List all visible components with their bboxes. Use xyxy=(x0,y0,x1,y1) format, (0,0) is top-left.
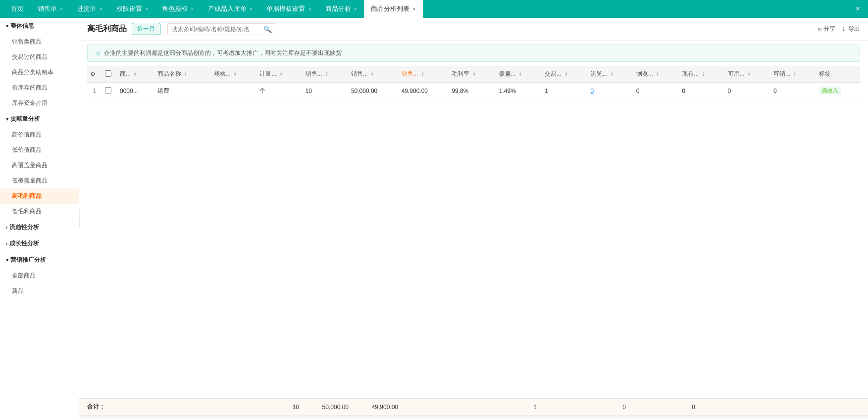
nav-item-analysis-list[interactable]: 商品分析列表 × xyxy=(364,0,422,18)
footer-sales-profit: 49,900.00 xyxy=(355,404,404,411)
search-icon[interactable]: 🔍 xyxy=(263,25,272,33)
nav-close-template[interactable]: × xyxy=(308,6,311,12)
sort-sales-amount-icon: ⇕ xyxy=(370,72,374,77)
row-checkbox[interactable] xyxy=(102,83,117,99)
nav-item-stock-in[interactable]: 产成品入库单 × xyxy=(201,0,259,18)
nav-item-permissions[interactable]: 权限设置 × xyxy=(109,0,155,18)
nav-close-stock-in[interactable]: × xyxy=(250,6,253,12)
row-sales-amount: 50,000.00 xyxy=(348,83,399,99)
nav-item-template[interactable]: 单据模板设置 × xyxy=(259,0,318,18)
col-sales-amount[interactable]: 销售... ⇕ xyxy=(348,66,399,83)
col-sales-profit[interactable]: 销售... ⇕ xyxy=(399,66,449,83)
col-settings[interactable]: ⚙ xyxy=(87,66,102,83)
col-sellable[interactable]: 可销... ⇕ xyxy=(770,66,816,83)
sort-trade-icon: ⇕ xyxy=(564,72,568,77)
footer-current: 0 xyxy=(592,404,632,411)
col-spec[interactable]: 规格... ⇕ xyxy=(211,66,256,83)
col-trade[interactable]: 交易... ⇕ xyxy=(542,66,587,83)
nav-item-analysis[interactable]: 商品分析 × xyxy=(318,0,364,18)
sidebar-item-high-value[interactable]: 高价值商品 xyxy=(0,127,79,142)
arrow-overall-icon: ▾ xyxy=(6,23,8,29)
sidebar-group-flow[interactable]: › 流趋性分析 xyxy=(0,219,79,235)
search-input[interactable] xyxy=(172,26,263,33)
col-name[interactable]: 商品名称 ⇕ xyxy=(154,66,211,83)
share-button[interactable]: ⎋ 分享 xyxy=(818,25,835,33)
settings-icon[interactable]: ⚙ xyxy=(90,71,96,78)
col-browse2[interactable]: 浏览... ⇕ xyxy=(633,66,679,83)
col-coverage[interactable]: 覆盖... ⇕ xyxy=(496,66,542,83)
footer-sales-amount: 50,000.00 xyxy=(305,404,355,411)
nav-item-roles[interactable]: 角色授权 × xyxy=(155,0,201,18)
main-layout: ▾ 整体信息 销售类商品 交易过的商品 商品分类助销率 有库存的商品 库存资金占… xyxy=(0,18,868,419)
col-browse1[interactable]: 浏览... ⇕ xyxy=(588,66,633,83)
sidebar-item-all-goods[interactable]: 全部商品 xyxy=(0,268,79,283)
sidebar-item-high-coverage[interactable]: 高覆盖量商品 xyxy=(0,158,79,173)
sort-gross-rate-icon: ⇕ xyxy=(472,72,476,77)
info-icon: ☆ xyxy=(96,50,101,57)
bottom-scrollbar[interactable] xyxy=(79,415,868,419)
sidebar-item-in-stock[interactable]: 有库存的商品 xyxy=(0,80,79,95)
sidebar-group-marketing[interactable]: ▾ 营销推广分析 xyxy=(0,252,79,268)
row-name: 运费 xyxy=(154,83,211,99)
table-container[interactable]: ⚙ 商... ⇕ 商品名称 ⇕ xyxy=(79,66,868,398)
total-label: 合计： xyxy=(87,403,127,411)
row-sales-qty: 10 xyxy=(303,83,348,99)
export-button[interactable]: ⤓ 导出 xyxy=(841,25,860,33)
sidebar-item-stock-capital[interactable]: 库存资金占用 xyxy=(0,95,79,111)
info-banner: ☆ 企业的主要的利润都是这部分商品创造的，可考虑加大推广，同时关注库存是不要出现… xyxy=(87,45,860,62)
sidebar-item-category-rate[interactable]: 商品分类助销率 xyxy=(0,65,79,80)
sidebar-item-sales-goods[interactable]: 销售类商品 xyxy=(0,34,79,49)
col-available[interactable]: 可用... ⇕ xyxy=(725,66,770,83)
row-code: 0000... xyxy=(117,83,154,99)
col-unit[interactable]: 计量... ⇕ xyxy=(256,66,302,83)
content-area: « 高毛利商品 近一月 🔍 ⎋ 分享 ⤓ 导出 ☆ 企 xyxy=(79,18,868,419)
row-trade: 1 xyxy=(542,83,587,99)
row-unit: 个 xyxy=(256,83,302,99)
col-checkbox xyxy=(102,66,117,83)
nav-close-analysis[interactable]: × xyxy=(354,6,357,12)
nav-close-analysis-list[interactable]: × xyxy=(412,6,415,12)
row-select-checkbox[interactable] xyxy=(105,87,111,93)
sidebar-item-low-margin[interactable]: 低毛利商品 xyxy=(0,204,79,219)
footer-bar: 合计： 10 50,000.00 49,900.00 1 0 0 xyxy=(79,398,868,415)
sidebar-group-growth[interactable]: › 成长性分析 xyxy=(0,235,79,252)
sort-unit-icon: ⇕ xyxy=(279,72,283,77)
row-spec xyxy=(211,83,256,99)
nav-item-sales[interactable]: 销售单 × xyxy=(31,0,70,18)
total-values: 10 50,000.00 49,900.00 1 0 0 xyxy=(127,404,701,411)
nav-item-purchase[interactable]: 进货单 × xyxy=(70,0,109,18)
sidebar-item-low-value[interactable]: 低价值商品 xyxy=(0,142,79,158)
sidebar-group-overall[interactable]: ▾ 整体信息 xyxy=(0,18,79,34)
nav-close-purchase[interactable]: × xyxy=(99,6,102,12)
nav-close-permissions[interactable]: × xyxy=(145,6,148,12)
nav-item-home[interactable]: 首页 xyxy=(4,0,31,18)
col-gross-rate[interactable]: 毛利率 ⇕ xyxy=(449,66,496,83)
col-current[interactable]: 现有... ⇕ xyxy=(679,66,724,83)
row-current: 0 xyxy=(679,83,724,99)
row-browse2: 0 xyxy=(633,83,679,99)
browse1-link[interactable]: 0 xyxy=(591,88,594,94)
sidebar-item-low-coverage[interactable]: 低覆盖量商品 xyxy=(0,173,79,188)
select-all-checkbox[interactable] xyxy=(105,70,111,77)
sort-current-icon: ⇕ xyxy=(702,72,706,77)
nav-close-all[interactable]: × xyxy=(852,4,864,13)
sidebar-item-new-goods[interactable]: 新品 xyxy=(0,283,79,299)
col-tag[interactable]: 标签 xyxy=(816,66,860,83)
page-title: 高毛利商品 xyxy=(87,24,127,34)
arrow-flow-icon: › xyxy=(6,225,7,230)
nav-close-roles[interactable]: × xyxy=(191,6,194,12)
header-actions: ⎋ 分享 ⤓ 导出 xyxy=(818,25,860,33)
sidebar-collapse-button[interactable]: « xyxy=(79,209,80,229)
sidebar-item-traded-goods[interactable]: 交易过的商品 xyxy=(0,49,79,65)
nav-close-sales[interactable]: × xyxy=(60,6,63,12)
row-browse1[interactable]: 0 xyxy=(588,83,633,99)
sidebar: ▾ 整体信息 销售类商品 交易过的商品 商品分类助销率 有库存的商品 库存资金占… xyxy=(0,18,79,419)
col-sales-qty[interactable]: 销售... ⇕ xyxy=(303,66,348,83)
sort-name-icon: ⇕ xyxy=(184,72,188,77)
col-code[interactable]: 商... ⇕ xyxy=(117,66,154,83)
sort-available-icon: ⇕ xyxy=(747,72,751,77)
period-button[interactable]: 近一月 xyxy=(132,23,160,35)
sidebar-item-high-margin[interactable]: 高毛利商品 xyxy=(0,188,79,204)
table-header-row: ⚙ 商... ⇕ 商品名称 ⇕ xyxy=(87,66,860,83)
sidebar-group-contribution[interactable]: ▾ 贡献量分析 xyxy=(0,111,79,127)
